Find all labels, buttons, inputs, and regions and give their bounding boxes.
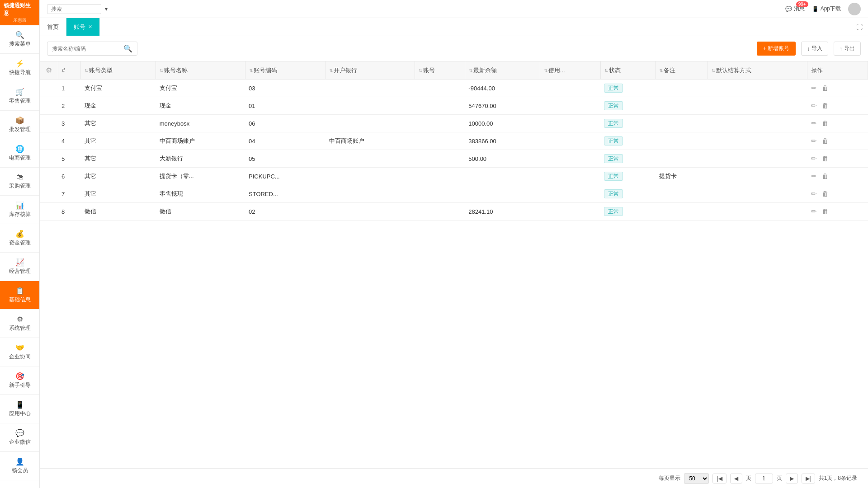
delete-button[interactable]: 🗑 — [822, 172, 829, 180]
col-action: 操作 — [807, 61, 868, 80]
delete-button[interactable]: 🗑 — [822, 155, 829, 162]
sidebar-item-finance[interactable]: 💰资金管理 — [0, 224, 39, 253]
cell-index: 5 — [58, 150, 81, 168]
avatar[interactable] — [848, 3, 861, 15]
app-download-button[interactable]: 📱 App下载 — [812, 5, 841, 13]
cell-bank — [326, 203, 415, 221]
col-usage[interactable]: ⇅使用... — [540, 61, 600, 80]
sidebar-icon-wholesale: 📦 — [15, 116, 24, 125]
sidebar-item-wechat[interactable]: 💬企业微信 — [0, 423, 39, 452]
column-settings-icon[interactable]: ⚙ — [46, 66, 52, 74]
prev-page-button[interactable]: ◀ — [730, 474, 742, 483]
sidebar-label-inventory: 库存核算 — [9, 211, 31, 218]
tab-account[interactable]: 账号 ✕ — [66, 18, 100, 36]
tab-account-label: 账号 — [74, 23, 85, 31]
cell-account — [415, 203, 465, 221]
sidebar-label-operations: 经营管理 — [9, 267, 31, 275]
header-search-input[interactable] — [47, 4, 101, 14]
col-status[interactable]: ⇅状态 — [600, 61, 656, 80]
import-button[interactable]: ↓ 导入 — [801, 42, 828, 56]
cell-settings — [40, 115, 58, 132]
edit-button[interactable]: ✏ — [811, 137, 817, 145]
delete-button[interactable]: 🗑 — [822, 137, 829, 145]
last-page-button[interactable]: ▶| — [802, 474, 815, 483]
delete-button[interactable]: 🗑 — [822, 207, 829, 215]
edit-button[interactable]: ✏ — [811, 172, 817, 180]
sidebar-item-system[interactable]: ⚙系统管理 — [0, 310, 39, 338]
sidebar-item-wholesale[interactable]: 📦批发管理 — [0, 111, 39, 139]
cell-status: 正常 — [600, 168, 656, 185]
col-default-payment[interactable]: ⇅默认结算方式 — [708, 61, 807, 80]
col-remark[interactable]: ⇅备注 — [656, 61, 708, 80]
cell-action: ✏ 🗑 — [807, 97, 868, 115]
page-size-label: 每页显示 — [659, 474, 680, 482]
first-page-button[interactable]: |◀ — [712, 474, 726, 483]
sidebar-icon-guide: 🎯 — [15, 372, 24, 380]
cell-balance: 10000.00 — [465, 115, 540, 132]
cell-code: 03 — [245, 80, 326, 97]
cell-default-payment — [708, 168, 807, 185]
cell-bank: 中百商场账户 — [326, 132, 415, 150]
sidebar-item-ecommerce[interactable]: 🌐电商管理 — [0, 139, 39, 168]
delete-button[interactable]: 🗑 — [822, 84, 829, 92]
col-balance[interactable]: ⇅最新余额 — [465, 61, 540, 80]
cell-index: 4 — [58, 132, 81, 150]
tab-expand-button[interactable]: ⛶ — [851, 23, 868, 31]
sidebar-item-operations[interactable]: 📈经营管理 — [0, 253, 39, 281]
sidebar-item-shortcuts[interactable]: ⚡快捷导航 — [0, 54, 39, 82]
cell-index: 6 — [58, 168, 81, 185]
export-icon: ↑ — [840, 46, 842, 52]
search-box[interactable]: 🔍 — [47, 42, 137, 56]
col-bank[interactable]: ⇅开户银行 — [326, 61, 415, 80]
sidebar-item-inventory[interactable]: 📊库存核算 — [0, 196, 39, 224]
export-button[interactable]: ↑ 导出 — [834, 42, 861, 56]
sidebar-icon-agreement: 🤝 — [15, 343, 24, 352]
col-type[interactable]: ⇅账号类型 — [81, 61, 156, 80]
edit-button[interactable]: ✏ — [811, 102, 817, 109]
sidebar-item-purchase[interactable]: 🛍采购管理 — [0, 168, 39, 196]
edit-button[interactable]: ✏ — [811, 207, 817, 215]
top-header: ▾ 💬 消息 99+ 📱 App下载 — [40, 0, 868, 18]
cell-type: 现金 — [81, 97, 156, 115]
sidebar-item-search[interactable]: 🔍搜索菜单 — [0, 25, 39, 54]
edit-button[interactable]: ✏ — [811, 119, 817, 127]
search-input[interactable] — [52, 46, 123, 52]
header-dropdown[interactable]: ▾ — [105, 6, 108, 12]
page-size-select[interactable]: 50 100 200 — [684, 473, 709, 484]
col-account[interactable]: ⇅账号 — [415, 61, 465, 80]
sidebar-item-basic[interactable]: 📋基础信息 — [0, 281, 39, 310]
tab-home[interactable]: 首页 — [40, 18, 66, 36]
tab-account-close[interactable]: ✕ — [88, 24, 92, 30]
page-number-input[interactable] — [755, 474, 773, 483]
delete-button[interactable]: 🗑 — [822, 190, 829, 197]
toolbar: 🔍 + 新增账号 ↓ 导入 ↑ 导出 — [40, 36, 868, 61]
sidebar-icon-purchase: 🛍 — [16, 173, 24, 181]
search-icon[interactable]: 🔍 — [123, 44, 132, 53]
next-page-button[interactable]: ▶ — [786, 474, 798, 483]
message-button[interactable]: 💬 消息 99+ — [785, 5, 805, 13]
sidebar-label-retail: 零售管理 — [9, 97, 31, 105]
delete-button[interactable]: 🗑 — [822, 119, 829, 127]
edit-button[interactable]: ✏ — [811, 84, 817, 92]
cell-type: 微信 — [81, 203, 156, 221]
sidebar-item-agreement[interactable]: 🤝企业协同 — [0, 338, 39, 366]
add-account-button[interactable]: + 新增账号 — [757, 42, 796, 56]
col-settings[interactable]: ⚙ — [40, 61, 58, 80]
edit-button[interactable]: ✏ — [811, 190, 817, 197]
delete-button[interactable]: 🗑 — [822, 102, 829, 109]
table-row: 6 其它 提货卡（零... PICKUPC... 正常 提货卡 ✏ 🗑 — [40, 168, 868, 185]
col-name[interactable]: ⇅账号名称 — [156, 61, 245, 80]
status-badge: 正常 — [604, 84, 623, 93]
sidebar-item-appcenter[interactable]: 📱应用中心 — [0, 395, 39, 423]
cell-name: 大新银行 — [156, 150, 245, 168]
message-icon: 💬 — [785, 6, 792, 12]
cell-index: 8 — [58, 203, 81, 221]
sidebar-item-member[interactable]: 👤畅会员 — [0, 452, 39, 480]
col-code[interactable]: ⇅账号编码 — [245, 61, 326, 80]
cell-name: 提货卡（零... — [156, 168, 245, 185]
sidebar-item-retail[interactable]: 🛒零售管理 — [0, 82, 39, 111]
cell-name: 微信 — [156, 203, 245, 221]
edit-button[interactable]: ✏ — [811, 155, 817, 162]
sidebar-icon-inventory: 📊 — [15, 201, 24, 210]
sidebar-item-guide[interactable]: 🎯新手引导 — [0, 366, 39, 395]
